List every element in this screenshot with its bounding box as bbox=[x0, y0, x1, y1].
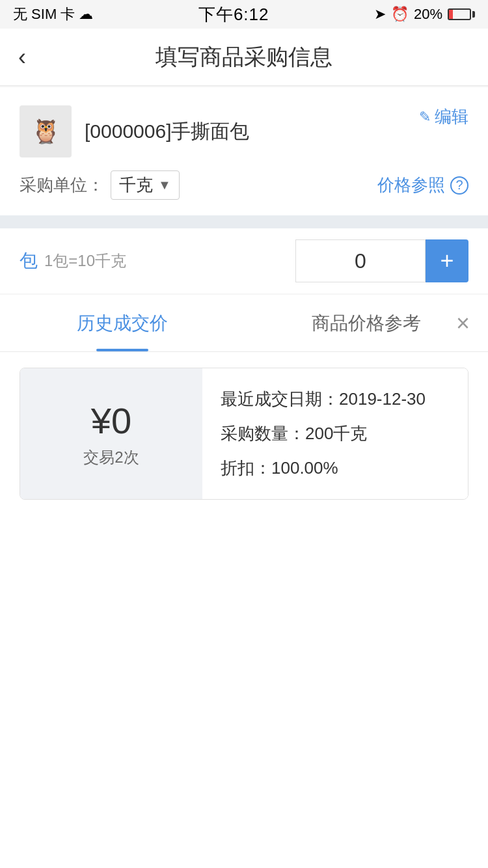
detail-date-value: 2019-12-30 bbox=[339, 389, 426, 409]
unit-select[interactable]: 千克 ▼ bbox=[111, 170, 180, 200]
back-button[interactable]: ‹ bbox=[18, 44, 26, 71]
tab-product-price-ref[interactable]: 商品价格参考 bbox=[244, 295, 488, 351]
edit-label: 编辑 bbox=[435, 105, 468, 128]
edit-link[interactable]: ✎ 编辑 bbox=[419, 105, 468, 128]
product-section: 🦉 [0000006]手撕面包 ✎ 编辑 采购单位： 千克 ▼ 价格参照 ? bbox=[0, 87, 488, 215]
tabs-row: 历史成交价 商品价格参考 × bbox=[0, 295, 488, 352]
unit-value: 千克 bbox=[119, 174, 153, 197]
product-name: [0000006]手撕面包 bbox=[85, 118, 249, 145]
unit-label: 采购单位： bbox=[20, 174, 104, 197]
tab-history-price[interactable]: 历史成交价 bbox=[0, 295, 244, 351]
price-currency-symbol: ¥ bbox=[91, 400, 111, 441]
quantity-section: 包 1包=10千克 0 + bbox=[0, 228, 488, 293]
help-circle-icon: ? bbox=[450, 176, 468, 195]
page-rest bbox=[0, 515, 488, 868]
price-card-right: 最近成交日期：2019-12-30 采购数量：200千克 折扣：100.00% bbox=[202, 368, 468, 499]
sim-text: 无 SIM 卡 ☁ bbox=[13, 5, 93, 24]
bag-unit-icon: 包 bbox=[20, 249, 38, 273]
price-card: ¥0 交易2次 最近成交日期：2019-12-30 采购数量：200千克 折扣：… bbox=[20, 368, 468, 500]
status-left: 无 SIM 卡 ☁ bbox=[13, 5, 93, 24]
quantity-unit-info: 包 1包=10千克 bbox=[20, 249, 126, 273]
price-value: 0 bbox=[111, 400, 131, 441]
product-owl-icon: 🦉 bbox=[31, 118, 61, 145]
detail-row-quantity: 采购数量：200千克 bbox=[221, 421, 450, 446]
edit-icon: ✎ bbox=[419, 109, 431, 126]
tab-active-underline bbox=[96, 349, 148, 351]
detail-qty-label: 采购数量： bbox=[221, 424, 305, 443]
tab-price-ref-label: 商品价格参考 bbox=[312, 311, 421, 336]
quantity-controls: 0 + bbox=[295, 239, 468, 282]
dropdown-arrow-icon: ▼ bbox=[158, 178, 171, 193]
detail-date-label: 最近成交日期： bbox=[221, 389, 339, 409]
quantity-plus-button[interactable]: + bbox=[426, 239, 468, 282]
unit-conversion-text: 1包=10千克 bbox=[44, 251, 126, 271]
detail-discount-value: 100.00% bbox=[271, 458, 338, 478]
status-right: ➤ ⏰ 20% bbox=[374, 6, 475, 23]
alarm-icon: ⏰ bbox=[391, 6, 409, 23]
product-header: 🦉 [0000006]手撕面包 ✎ 编辑 bbox=[20, 105, 468, 157]
battery-text: 20% bbox=[414, 6, 442, 23]
transaction-count: 交易2次 bbox=[83, 447, 139, 468]
product-left: 🦉 [0000006]手撕面包 bbox=[20, 105, 249, 157]
product-unit-row: 采购单位： 千克 ▼ 价格参照 ? bbox=[20, 170, 468, 200]
page-title: 填写商品采购信息 bbox=[156, 42, 332, 72]
bottom-panel: 历史成交价 商品价格参考 × ¥0 交易2次 最近成交日期：2019-12-30… bbox=[0, 295, 488, 515]
price-card-left: ¥0 交易2次 bbox=[20, 368, 202, 499]
detail-qty-value: 200千克 bbox=[305, 424, 367, 443]
quantity-input[interactable]: 0 bbox=[295, 239, 426, 282]
section-divider bbox=[0, 215, 488, 228]
product-thumbnail: 🦉 bbox=[20, 105, 72, 157]
location-icon: ➤ bbox=[374, 6, 386, 23]
detail-row-discount: 折扣：100.00% bbox=[221, 455, 450, 481]
detail-discount-label: 折扣： bbox=[221, 458, 271, 478]
tab-history-label: 历史成交价 bbox=[77, 311, 168, 336]
price-amount: ¥0 bbox=[91, 400, 131, 442]
price-ref-link[interactable]: 价格参照 ? bbox=[377, 174, 468, 197]
status-time: 下午6:12 bbox=[198, 3, 269, 26]
battery-icon bbox=[448, 8, 475, 20]
nav-bar: ‹ 填写商品采购信息 bbox=[0, 29, 488, 86]
price-card-container: ¥0 交易2次 最近成交日期：2019-12-30 采购数量：200千克 折扣：… bbox=[0, 352, 488, 515]
close-panel-button[interactable]: × bbox=[456, 310, 470, 337]
detail-row-date: 最近成交日期：2019-12-30 bbox=[221, 387, 450, 412]
price-ref-label: 价格参照 bbox=[377, 174, 445, 197]
status-bar: 无 SIM 卡 ☁ 下午6:12 ➤ ⏰ 20% bbox=[0, 0, 488, 29]
